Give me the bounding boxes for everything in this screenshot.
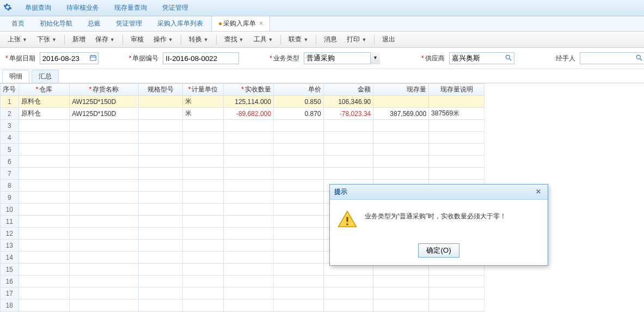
handler-input[interactable] — [580, 52, 644, 64]
sub-tab[interactable]: 汇总 — [32, 70, 59, 83]
cell[interactable] — [182, 180, 223, 192]
cell[interactable] — [373, 156, 429, 168]
cell[interactable] — [138, 180, 182, 192]
column-header[interactable]: 计量单位 — [182, 84, 223, 96]
search-icon[interactable] — [635, 54, 643, 63]
cell[interactable] — [182, 287, 223, 299]
cell[interactable] — [373, 132, 429, 144]
cell[interactable] — [273, 156, 323, 168]
cell[interactable] — [373, 299, 429, 311]
cell[interactable] — [19, 216, 70, 228]
table-row[interactable]: 18 — [1, 299, 484, 311]
cell[interactable]: 米 — [182, 96, 223, 108]
cell[interactable] — [70, 287, 138, 299]
biztype-combo[interactable] — [304, 52, 380, 64]
cell[interactable] — [429, 132, 484, 144]
cell[interactable] — [182, 252, 223, 264]
cell[interactable] — [273, 287, 323, 299]
cell[interactable] — [138, 120, 182, 132]
cell[interactable] — [373, 144, 429, 156]
cell[interactable]: 原料仓 — [19, 108, 70, 120]
cell[interactable]: 12 — [1, 228, 19, 240]
cell[interactable]: 387569米 — [429, 108, 484, 120]
cell[interactable] — [138, 216, 182, 228]
toolbar-button[interactable]: 联查▼ — [284, 33, 312, 46]
cell[interactable] — [224, 252, 274, 264]
cell[interactable] — [224, 192, 274, 204]
cell[interactable] — [70, 204, 138, 216]
cell[interactable] — [182, 132, 223, 144]
dialog-titlebar[interactable]: 提示 ✕ — [330, 185, 548, 200]
cell[interactable] — [182, 204, 223, 216]
cell[interactable] — [19, 287, 70, 299]
cell[interactable] — [138, 144, 182, 156]
cell[interactable] — [224, 240, 274, 252]
cell[interactable]: 15 — [1, 264, 19, 276]
cell[interactable] — [273, 204, 323, 216]
cell[interactable] — [138, 287, 182, 299]
cell[interactable] — [138, 168, 182, 180]
cell[interactable] — [273, 144, 323, 156]
cell[interactable] — [138, 240, 182, 252]
toolbar-button[interactable]: 审核 — [126, 33, 148, 46]
cell[interactable]: 125,114.000 — [224, 96, 274, 108]
tab[interactable]: 凭证管理 — [109, 16, 149, 31]
cell[interactable] — [323, 144, 373, 156]
cell[interactable]: 0.870 — [273, 108, 323, 120]
cell[interactable]: 7 — [1, 168, 19, 180]
cell[interactable] — [19, 252, 70, 264]
cell[interactable] — [224, 168, 274, 180]
tab[interactable]: 初始化导航 — [33, 16, 79, 31]
cell[interactable] — [224, 216, 274, 228]
table-row[interactable]: 4 — [1, 132, 484, 144]
cell[interactable] — [224, 264, 274, 276]
table-row[interactable]: 17 — [1, 287, 484, 299]
toolbar-button[interactable]: 消息 — [320, 33, 341, 46]
column-header[interactable]: 单价 — [273, 84, 323, 96]
cell[interactable]: AW125D*150D — [70, 108, 138, 120]
column-header[interactable]: 现存量说明 — [429, 84, 484, 96]
column-header[interactable]: 金额 — [323, 84, 373, 96]
cell[interactable] — [273, 168, 323, 180]
cell[interactable] — [224, 156, 274, 168]
toolbar-button[interactable]: 上张▼ — [3, 33, 32, 46]
toolbar-button[interactable]: 新增 — [68, 33, 90, 46]
toolbar-button[interactable]: 打印▼ — [342, 33, 371, 46]
cell[interactable] — [224, 204, 274, 216]
cell[interactable] — [70, 240, 138, 252]
cell[interactable] — [182, 192, 223, 204]
topnav-item[interactable]: 待审核业务 — [59, 4, 107, 11]
cell[interactable] — [19, 144, 70, 156]
topnav-item[interactable]: 现存量查询 — [107, 4, 155, 11]
cell[interactable]: 米 — [182, 108, 223, 120]
cell[interactable]: -89,682.000 — [224, 108, 274, 120]
cell[interactable]: 387,569.000 — [373, 108, 429, 120]
cell[interactable]: 11 — [1, 216, 19, 228]
toolbar-button[interactable]: 转换▼ — [185, 33, 213, 46]
table-row[interactable]: 1原料仓AW125D*150D米125,114.0000.850106,346.… — [1, 96, 484, 108]
cell[interactable] — [70, 120, 138, 132]
cell[interactable] — [273, 264, 323, 276]
cell[interactable] — [19, 276, 70, 287]
cell[interactable] — [429, 144, 484, 156]
cell[interactable] — [429, 168, 484, 180]
cell[interactable]: 10 — [1, 204, 19, 216]
cell[interactable] — [138, 96, 182, 108]
cell[interactable] — [19, 299, 70, 311]
cell[interactable] — [224, 228, 274, 240]
cell[interactable] — [224, 180, 274, 192]
cell[interactable] — [373, 168, 429, 180]
cell[interactable]: 5 — [1, 144, 19, 156]
cell[interactable] — [273, 180, 323, 192]
cell[interactable] — [138, 299, 182, 311]
cell[interactable]: 原料仓 — [19, 96, 70, 108]
cell[interactable] — [138, 156, 182, 168]
cell[interactable] — [19, 156, 70, 168]
toolbar-button[interactable]: 查找▼ — [220, 33, 248, 46]
toolbar-button[interactable]: 操作▼ — [149, 33, 177, 46]
toolbar-button[interactable]: 退出 — [378, 33, 400, 46]
cell[interactable] — [429, 299, 484, 311]
tab[interactable]: 总账 — [81, 16, 108, 31]
cell[interactable] — [70, 168, 138, 180]
tab[interactable]: ●采购入库单× — [211, 16, 270, 31]
